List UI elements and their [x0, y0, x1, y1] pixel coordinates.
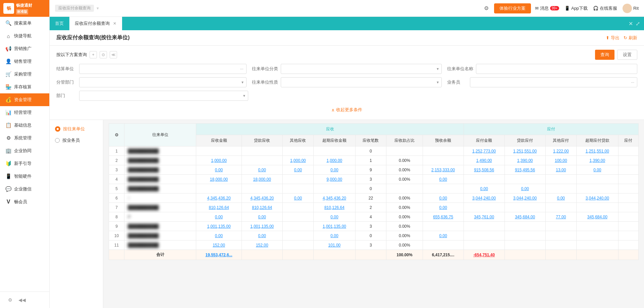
- tab-home[interactable]: 首页: [50, 17, 69, 30]
- sidebar-collapse-button[interactable]: ◀◀: [17, 295, 27, 305]
- tab-expand-button[interactable]: ⤢: [636, 20, 640, 27]
- page-content: 应收应付余额查询(按往来单位) ⬆ 导出 ↻ 刷新 按以下方案查询 + ⊙ ≪: [50, 30, 644, 308]
- tab-close-window-button[interactable]: ✕: [629, 20, 633, 27]
- th-receivable-group: 应收: [196, 124, 464, 135]
- salesperson-dots[interactable]: ···: [631, 80, 634, 85]
- sidebar-item-hardware[interactable]: 📱 智能硬件: [0, 170, 49, 183]
- settlement-unit-input[interactable]: ···: [79, 64, 247, 74]
- table-row: 8P0.000.000.0040.00%655,636.75345,761.00…: [109, 212, 639, 222]
- filter-collapse-btn[interactable]: ≪: [110, 51, 117, 58]
- th-settings[interactable]: ⚙: [109, 124, 124, 146]
- filter-collapse-more[interactable]: ∧ 收起更多条件: [56, 104, 637, 116]
- by-partner-label: 按往来单位: [63, 126, 85, 132]
- finance-icon: 💰: [5, 97, 11, 103]
- sidebar-item-marketing[interactable]: 📢 营销推广: [0, 42, 49, 55]
- row-number: 10: [109, 231, 124, 240]
- avatar: [623, 4, 632, 13]
- wechat-icon: 💬: [5, 186, 11, 192]
- user-area[interactable]: Rit: [623, 4, 639, 13]
- export-button[interactable]: ⬆ 导出: [606, 35, 620, 41]
- summary-recv-amt[interactable]: 19,553,472,6...: [196, 250, 241, 260]
- trial-button[interactable]: 体验行业方案: [494, 3, 531, 13]
- summary-recv-pct: 100.00%: [386, 250, 423, 260]
- table-row: 11██████████152.00152.00101.0030.00%: [109, 240, 639, 250]
- sidebar-item-label: 资金管理: [14, 97, 32, 103]
- tab-close-icon[interactable]: ✕: [113, 21, 116, 26]
- sidebar-item-inventory[interactable]: 🏪 库存核算: [0, 81, 49, 93]
- left-panel-by-partner[interactable]: 按往来单位: [50, 123, 103, 135]
- salesperson-label: 业务员: [447, 79, 467, 85]
- partner-nature-arrow[interactable]: ▾: [437, 80, 439, 85]
- collapse-icon: ∧: [331, 107, 335, 113]
- tab-home-label: 首页: [55, 20, 64, 27]
- sidebar-item-label: 企业协同: [14, 148, 32, 154]
- operations-icon: 📊: [5, 109, 11, 116]
- partner-cell: ██████████: [124, 165, 196, 175]
- partner-name-input[interactable]: [476, 64, 637, 74]
- empty-circle-icon: [55, 138, 60, 143]
- sidebar-item-enterprise[interactable]: 🏢 企业协同: [0, 144, 49, 157]
- sidebar-logo: 畅 畅捷通财 标准版: [0, 0, 49, 17]
- partner-nature-input[interactable]: ▾: [281, 77, 442, 87]
- sidebar: 畅 畅捷通财 标准版 🔍 搜索菜单 ⌂ 快捷导航 📢 营销推广 👤 销售管理 🛒…: [0, 0, 50, 308]
- hardware-icon: 📱: [5, 173, 11, 179]
- bottom-gear-button[interactable]: ⚙: [5, 295, 15, 305]
- th-recv-amt: 应收金额: [196, 135, 241, 146]
- table-row: 5██████████00.000.00: [109, 184, 639, 193]
- sidebar-item-basic[interactable]: 📋 基础信息: [0, 119, 49, 132]
- sidebar-item-wechat[interactable]: 💬 企业微信: [0, 183, 49, 195]
- sidebar-item-quick-nav[interactable]: ⌂ 快捷导航: [0, 30, 49, 42]
- sidebar-item-label: 经营管理: [14, 109, 32, 116]
- table-settings-icon[interactable]: ⚙: [115, 132, 119, 137]
- sidebar-item-finance[interactable]: 💰 资金管理: [0, 93, 49, 106]
- sidebar-item-search[interactable]: 🔍 搜索菜单: [0, 17, 49, 30]
- summary-label: 合计: [124, 250, 196, 260]
- summary-pay-amt[interactable]: -654,751.40: [464, 250, 504, 260]
- tab-query[interactable]: 应收应付余额查询 ✕: [69, 17, 122, 30]
- settlement-unit-dots[interactable]: ···: [240, 67, 244, 71]
- summary-overdue-pay-loan: [577, 250, 619, 260]
- sidebar-item-label: 库存核算: [14, 84, 32, 90]
- sidebar-item-label: 快捷导航: [14, 33, 32, 39]
- partner-cell: ██████████: [124, 156, 196, 165]
- collapse-label: 收起更多条件: [336, 107, 362, 113]
- message-button[interactable]: ✉ 消息 99+: [535, 5, 559, 11]
- dept-arrow[interactable]: ▾: [243, 93, 245, 98]
- filter-area: 按以下方案查询 + ⊙ ≪ 查询 设置 结算单位 ··· 往: [50, 46, 644, 120]
- left-panel-by-salesperson[interactable]: 按业务员: [50, 135, 103, 146]
- summary-prepay-bal: 6,417,215....: [423, 250, 464, 260]
- sidebar-item-guide[interactable]: 🔰 新手引导: [0, 157, 49, 170]
- app-download-button[interactable]: 📱 App下载: [565, 5, 588, 11]
- logo-icon: 畅: [3, 3, 14, 14]
- partner-category-arrow[interactable]: ▾: [437, 67, 439, 71]
- system-icon: ⚙: [5, 135, 11, 141]
- th-overdue-pay-loan: 超期应付贷款: [577, 135, 619, 146]
- division-dept-input[interactable]: ▾: [79, 77, 247, 87]
- filter-add-button[interactable]: +: [90, 51, 97, 58]
- sidebar-item-system[interactable]: ⚙ 系统管理: [0, 132, 49, 144]
- dept-input[interactable]: ▾: [79, 91, 248, 101]
- member-icon: V: [5, 199, 11, 205]
- sidebar-item-member[interactable]: V 畅会员: [0, 195, 49, 208]
- division-dept-arrow[interactable]: ▾: [241, 80, 244, 85]
- settings-button[interactable]: 设置: [617, 50, 637, 60]
- sidebar-item-label: 采购管理: [14, 71, 32, 77]
- header-gear-icon[interactable]: ⚙: [483, 4, 490, 13]
- filter-template-button[interactable]: ⊙: [100, 51, 107, 58]
- sidebar-item-purchase[interactable]: 🛒 采购管理: [0, 68, 49, 81]
- query-button[interactable]: 查询: [595, 50, 614, 60]
- sidebar-item-label: 营销推广: [14, 46, 32, 52]
- partner-cell: ██████████: [124, 184, 196, 193]
- sidebar-item-sales[interactable]: 👤 销售管理: [0, 55, 49, 68]
- service-button[interactable]: 🎧 在线客服: [593, 5, 617, 11]
- partner-category-input[interactable]: ▾: [281, 64, 442, 74]
- logo-name: 畅捷通财: [16, 3, 32, 8]
- refresh-button[interactable]: ↻ 刷新: [624, 35, 637, 41]
- summary-loan-recv: [241, 250, 282, 260]
- row-number: 9: [109, 222, 124, 231]
- sidebar-item-operations[interactable]: 📊 经营管理: [0, 106, 49, 119]
- sidebar-bottom: ⚙ ◀◀: [0, 292, 49, 308]
- salesperson-input[interactable]: ···: [470, 77, 637, 87]
- sidebar-item-label: 基础信息: [14, 122, 32, 128]
- table-row: 9██████████1,001,135.001,001,135.001,001…: [109, 222, 639, 231]
